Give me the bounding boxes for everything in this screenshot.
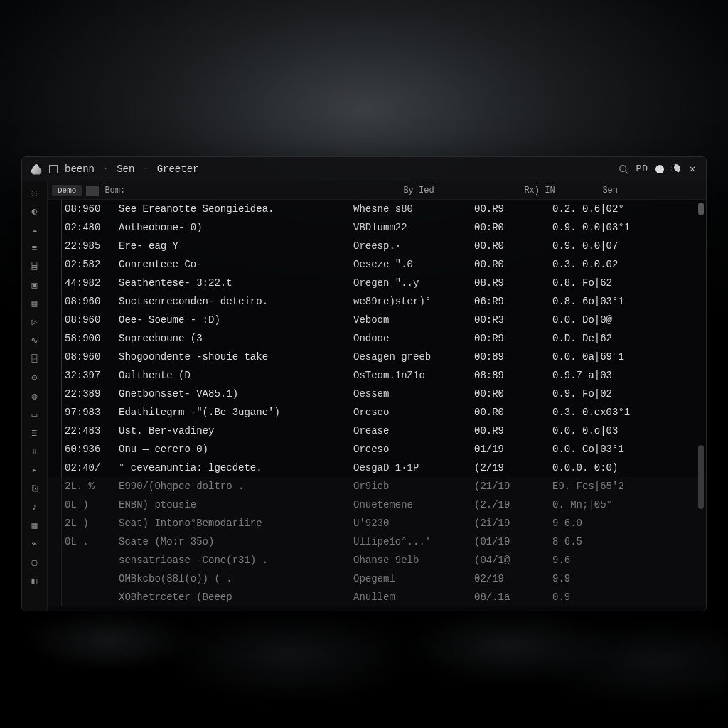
- cell-rx: 00.R9: [474, 204, 552, 214]
- disk-icon[interactable]: ⌸: [25, 258, 45, 275]
- sidebar: ◌◐☁≡⌸▣▤▷∿⌸⚙◍▭≣⇩▸⎘♪▦⌁▢◧: [22, 181, 48, 611]
- table-row[interactable]: 08:960Suctsenreconden- deteiro.we89re)st…: [48, 292, 706, 311]
- cell-time: 02:582: [65, 259, 119, 269]
- table-row[interactable]: 22:389Gnetbonsset- VA85.1)Oessem00:R00.9…: [48, 385, 706, 403]
- close-icon[interactable]: ✕: [687, 164, 697, 174]
- cell-sn: 0.9. 0.0|07: [552, 241, 706, 251]
- titlebar: beenn · Sen · Greeter PD ✕: [22, 157, 706, 181]
- table-row[interactable]: 02:582Conrenteee Co-Oeseze ".000.R00.3. …: [48, 255, 706, 274]
- table-row[interactable]: 08:960Shogoondente -shouie takeOesagen g…: [48, 348, 706, 366]
- table-row[interactable]: 0L )ENBN) ptousieOnuetemene(2./190. Mn;|…: [48, 496, 706, 514]
- terminal-icon[interactable]: ▸: [25, 461, 45, 478]
- box-icon[interactable]: ▣: [25, 277, 45, 294]
- column-header-time[interactable]: Bom:: [105, 186, 168, 196]
- film-icon[interactable]: ⌸: [25, 350, 45, 368]
- cell-time: 22:483: [65, 426, 119, 436]
- cell-name: Oalthente (D: [119, 370, 353, 380]
- table-row[interactable]: 22:985Ere- eag YOreesp.·00.R00.9. 0.0|07: [48, 237, 706, 255]
- column-header-rx[interactable]: Rx) IN: [524, 186, 602, 196]
- cell-time: 60:936: [65, 444, 119, 454]
- row-gutter: [52, 292, 62, 311]
- status-dot-icon[interactable]: [655, 165, 664, 173]
- tab-button[interactable]: Demo: [52, 185, 82, 196]
- row-gutter: [52, 311, 62, 329]
- cell-by: Oregen "..y: [353, 278, 474, 288]
- breadcrumb-item[interactable]: Greeter: [157, 164, 199, 175]
- cloud-icon[interactable]: ☁: [25, 221, 45, 238]
- music-icon[interactable]: ♪: [25, 498, 45, 515]
- row-gutter: [52, 496, 62, 514]
- cell-by: Ohanse 9elb: [353, 555, 474, 565]
- cell-rx: 00:R3: [474, 315, 552, 325]
- row-gutter: [52, 477, 62, 496]
- breadcrumb-item[interactable]: beenn: [65, 164, 95, 175]
- cell-rx: (2i/19: [474, 518, 552, 528]
- column-header-row: Demo Bom: By Ied Rx) IN Sen: [48, 181, 706, 200]
- table-row[interactable]: 08:960Oee- Soeume - :D)Veboom00:R30.0. D…: [48, 311, 706, 329]
- table-row[interactable]: 60:936Onu — eerero 0)Oreeso01/190.0. Co|…: [48, 440, 706, 459]
- table-row[interactable]: sensatrioase -Cone(r31) .Ohanse 9elb(04/…: [48, 551, 706, 569]
- cell-by: U'9230: [353, 518, 474, 528]
- play-icon[interactable]: ▷: [25, 314, 45, 331]
- table-row[interactable]: 08:960See Ereanotte Seongieidea.Whesne s…: [48, 200, 706, 218]
- table-row[interactable]: 97:983Edathitegrm -"(.Be 3ugane')Oreseo0…: [48, 403, 706, 422]
- cell-name: Edathitegrm -"(.Be 3ugane'): [119, 407, 353, 417]
- globe-icon[interactable]: ◍: [25, 387, 45, 405]
- cell-sn: E9. Fes|65'2: [552, 481, 706, 491]
- cell-time: 2L. %: [65, 481, 119, 491]
- column-header-by[interactable]: By Ied: [403, 186, 524, 196]
- folder-icon[interactable]: ▢: [25, 554, 45, 571]
- cell-sn: 9.6: [552, 555, 706, 565]
- table-row[interactable]: 2L )Seat) Intono°BemodariireU'9230(2i/19…: [48, 514, 706, 532]
- app-window: beenn · Sen · Greeter PD ✕ ◌◐☁≡⌸▣▤▷∿⌸⚙◍▭…: [21, 156, 707, 611]
- window-control-icon[interactable]: [49, 165, 58, 173]
- table-row[interactable]: 0L .Scate (Mo:r 35o)Ullipe1o°...'(01/198…: [48, 532, 706, 551]
- view-toggle-icon[interactable]: [86, 186, 99, 196]
- cell-sn: 0.3. 0.ex03°1: [552, 407, 706, 417]
- row-gutter: [52, 200, 62, 218]
- cell-name: Gnetbonsset- VA85.1): [119, 389, 353, 399]
- wave-icon[interactable]: ∿: [25, 332, 45, 349]
- cell-name: Suctsenreconden- deteiro.: [119, 296, 353, 306]
- scrollbar-thumb[interactable]: [698, 445, 704, 509]
- table-row[interactable]: 02:40/° ceveanuntia: lgecdete.OesgaD 1·1…: [48, 459, 706, 477]
- table-row[interactable]: 02:480Aotheobone- 0)VBDlumm2200:R00.9. 0…: [48, 218, 706, 237]
- search-icon[interactable]: [619, 164, 628, 174]
- table-row[interactable]: 44:982Seathentese- 3:22.tOregen "..y08.R…: [48, 274, 706, 292]
- cube-icon[interactable]: ◧: [25, 572, 45, 589]
- table-row[interactable]: 22:483Ust. Ber-vadineyOrease00.R90.0. 0.…: [48, 422, 706, 440]
- document-icon[interactable]: ▭: [25, 406, 45, 423]
- stack-icon[interactable]: ≣: [25, 424, 45, 441]
- table-row[interactable]: OMBkcbo(88l(o)) ( .Opegeml02/199.9: [48, 569, 706, 588]
- cell-sn: 0.0. Do|0@: [552, 315, 706, 325]
- table-row[interactable]: 2L. %E990/(Ohgpee doltro .Or9ieb(21/19E9…: [48, 477, 706, 496]
- breadcrumb-item[interactable]: Sen: [117, 164, 134, 175]
- download-icon[interactable]: ⇩: [25, 443, 45, 460]
- scrollbar-thumb[interactable]: [698, 203, 704, 215]
- svg-point-0: [620, 165, 626, 171]
- link-icon[interactable]: ⎘: [25, 480, 45, 497]
- cell-time: 08:960: [65, 315, 119, 325]
- cell-rx: 02/19: [474, 574, 552, 584]
- vertical-scrollbar[interactable]: [698, 203, 704, 606]
- cell-by: we89re)ster)°: [353, 296, 474, 306]
- picture-icon[interactable]: ▦: [25, 517, 45, 534]
- column-header-sn[interactable]: Sen: [602, 186, 706, 196]
- table-body: 08:960See Ereanotte Seongieidea.Whesne s…: [48, 200, 706, 611]
- window-icon[interactable]: ▤: [25, 295, 45, 312]
- cell-rx: 00:R9: [474, 333, 552, 343]
- cell-time: 08:960: [65, 204, 119, 214]
- main-panel: Demo Bom: By Ied Rx) IN Sen 08:960See Er…: [48, 181, 706, 611]
- user-icon[interactable]: ◐: [25, 203, 45, 220]
- table-row[interactable]: XOBhetrceter (BeeepAnullem08/.1a0.9: [48, 588, 706, 606]
- table-row[interactable]: 32:397Oalthente (DOsTeom.1nZ1o08:890.9.7…: [48, 366, 706, 385]
- gear-icon[interactable]: ⚙: [25, 369, 45, 386]
- layers-icon[interactable]: ≡: [25, 240, 45, 257]
- chart-icon[interactable]: ⌁: [25, 535, 45, 552]
- theme-toggle-icon[interactable]: [671, 164, 680, 173]
- cell-sn: 0.0. 0.o|03: [552, 426, 706, 436]
- refresh-icon[interactable]: ◌: [25, 184, 45, 201]
- table-row[interactable]: 58:900Sopreeboune (3Ondooe00:R90.D. De|6…: [48, 329, 706, 348]
- cell-sn: 0.3. 0.0.02: [552, 259, 706, 269]
- breadcrumb-separator: ·: [143, 164, 148, 174]
